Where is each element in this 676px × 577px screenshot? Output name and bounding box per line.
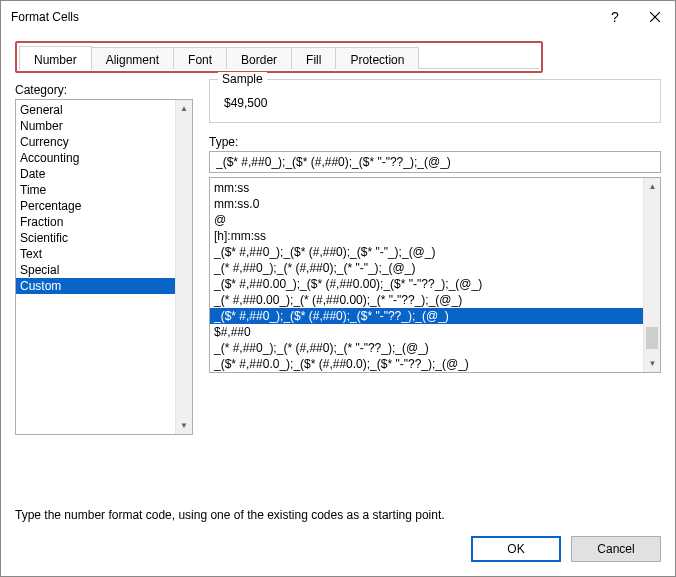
sample-group: Sample $49,500 [209, 79, 661, 123]
type-list: mm:ssmm:ss.0@[h]:mm:ss_($* #,##0_);_($* … [210, 178, 643, 372]
title-bar: Format Cells ? [1, 1, 675, 33]
tab-label: Number [34, 53, 77, 67]
scroll-down-icon[interactable]: ▼ [176, 417, 193, 434]
type-item[interactable]: $#,##0 [210, 324, 643, 340]
tab-fill[interactable]: Fill [291, 47, 336, 69]
tab-protection[interactable]: Protection [335, 47, 419, 69]
type-item[interactable]: _($* #,##0_);_($* (#,##0);_($* "-"??_);_… [210, 308, 643, 324]
tab-border[interactable]: Border [226, 47, 292, 69]
category-item[interactable]: General [16, 102, 175, 118]
close-button[interactable] [635, 1, 675, 33]
type-scrollbar[interactable]: ▲ ▼ [643, 178, 660, 372]
scroll-track[interactable] [644, 195, 660, 355]
category-item[interactable]: Custom [16, 278, 175, 294]
type-item[interactable]: _($* #,##0.0_);_($* (#,##0.0);_($* "-"??… [210, 356, 643, 372]
category-list: GeneralNumberCurrencyAccountingDateTimeP… [16, 100, 175, 434]
category-item[interactable]: Fraction [16, 214, 175, 230]
type-item[interactable]: _(* #,##0.00_);_(* (#,##0.00);_(* "-"??_… [210, 292, 643, 308]
category-item[interactable]: Time [16, 182, 175, 198]
tab-alignment[interactable]: Alignment [91, 47, 174, 69]
dialog-body: Number Alignment Font Border Fill Protec… [1, 33, 675, 522]
sample-label: Sample [218, 72, 267, 86]
ok-button[interactable]: OK [471, 536, 561, 562]
type-item[interactable]: mm:ss.0 [210, 196, 643, 212]
sample-value: $49,500 [222, 94, 648, 112]
help-icon: ? [611, 9, 619, 25]
type-item[interactable]: [h]:mm:ss [210, 228, 643, 244]
type-item[interactable]: _($* #,##0_);_($* (#,##0);_($* "-"_);_(@… [210, 244, 643, 260]
tab-strip: Number Alignment Font Border Fill Protec… [19, 45, 539, 69]
tab-label: Font [188, 53, 212, 67]
type-label: Type: [209, 135, 661, 149]
tab-number[interactable]: Number [19, 46, 92, 70]
category-item[interactable]: Percentage [16, 198, 175, 214]
help-button[interactable]: ? [595, 1, 635, 33]
category-item[interactable]: Accounting [16, 150, 175, 166]
scroll-down-icon[interactable]: ▼ [644, 355, 661, 372]
button-label: OK [507, 542, 524, 556]
tab-label: Protection [350, 53, 404, 67]
tab-label: Border [241, 53, 277, 67]
category-item[interactable]: Currency [16, 134, 175, 150]
tab-content: Category: GeneralNumberCurrencyAccountin… [15, 73, 661, 474]
type-item[interactable]: _(* #,##0_);_(* (#,##0);_(* "-"??_);_(@_… [210, 340, 643, 356]
category-item[interactable]: Date [16, 166, 175, 182]
tab-font[interactable]: Font [173, 47, 227, 69]
button-bar: OK Cancel [1, 522, 675, 576]
type-input[interactable] [209, 151, 661, 173]
category-panel: Category: GeneralNumberCurrencyAccountin… [15, 73, 193, 474]
category-scrollbar[interactable]: ▲ ▼ [175, 100, 192, 434]
category-item[interactable]: Scientific [16, 230, 175, 246]
tab-label: Fill [306, 53, 321, 67]
type-item[interactable]: mm:ss [210, 180, 643, 196]
format-details-panel: Sample $49,500 Type: mm:ssmm:ss.0@[h]:mm… [209, 73, 661, 474]
tab-label: Alignment [106, 53, 159, 67]
category-label: Category: [15, 83, 193, 97]
type-listbox[interactable]: mm:ssmm:ss.0@[h]:mm:ss_($* #,##0_);_($* … [209, 177, 661, 373]
type-item[interactable]: _($* #,##0.00_);_($* (#,##0.00);_($* "-"… [210, 276, 643, 292]
button-label: Cancel [597, 542, 634, 556]
cancel-button[interactable]: Cancel [571, 536, 661, 562]
scroll-up-icon[interactable]: ▲ [176, 100, 193, 117]
close-icon [650, 12, 660, 22]
scroll-up-icon[interactable]: ▲ [644, 178, 661, 195]
category-item[interactable]: Special [16, 262, 175, 278]
category-item[interactable]: Number [16, 118, 175, 134]
category-listbox[interactable]: GeneralNumberCurrencyAccountingDateTimeP… [15, 99, 193, 435]
tabs-highlight: Number Alignment Font Border Fill Protec… [15, 41, 543, 73]
category-item[interactable]: Text [16, 246, 175, 262]
type-item[interactable]: @ [210, 212, 643, 228]
type-item[interactable]: _(* #,##0_);_(* (#,##0);_(* "-"_);_(@_) [210, 260, 643, 276]
scroll-thumb[interactable] [646, 327, 658, 349]
dialog-title: Format Cells [11, 10, 595, 24]
format-cells-dialog: Format Cells ? Number Alignment Font Bor… [0, 0, 676, 577]
help-text: Type the number format code, using one o… [15, 508, 661, 522]
